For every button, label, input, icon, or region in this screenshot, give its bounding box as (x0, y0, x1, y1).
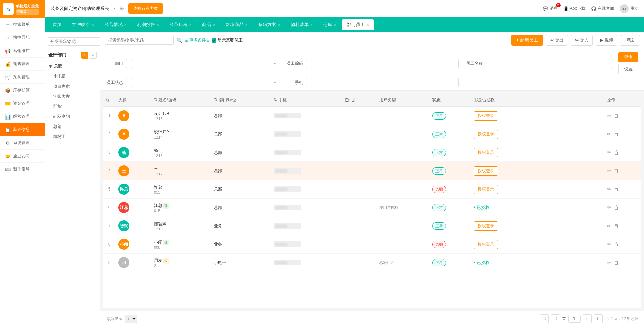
tab-history[interactable]: 经营历程✕ (165, 19, 197, 30)
close-tab-icon[interactable]: ✕ (334, 23, 336, 27)
delete-icon[interactable]: 🗑 (614, 241, 619, 247)
export-button[interactable]: ↩ 导出 (546, 35, 568, 46)
close-tab-icon[interactable]: ✕ (91, 23, 94, 27)
prev-page-button[interactable]: 〈 (551, 314, 560, 323)
delete-icon[interactable]: 🗑 (614, 260, 619, 265)
edit-icon[interactable]: ✏ (607, 150, 611, 155)
col-name[interactable]: ⇅ 姓名/编码 (151, 94, 211, 107)
show-resigned-checkbox[interactable]: 显示离职员工 (212, 37, 243, 43)
sidebar-item-sales[interactable]: 💰 销售管理 (0, 58, 45, 71)
dept-collapse-icon[interactable]: « (90, 52, 97, 59)
sidebar-item-inventory[interactable]: 📦 库存核算 (0, 84, 45, 97)
dept-node-shuangting[interactable]: ▶ 双庭想 (45, 112, 100, 122)
edit-icon[interactable]: ✏ (607, 168, 611, 174)
close-tab-icon[interactable]: ✕ (278, 23, 280, 27)
dept-node-shenyang[interactable]: 沈阳大库 (45, 91, 100, 102)
tab-goods[interactable]: 商品✕ (197, 19, 220, 30)
query-button[interactable]: 查询 (618, 52, 638, 62)
user-menu-button[interactable]: Ea 用友 (620, 4, 638, 13)
tab-add-goods[interactable]: 新增商品✕ (221, 19, 253, 30)
delete-icon[interactable]: 🗑 (614, 223, 619, 229)
sidebar-item-system[interactable]: ⚙ 系统管理 (0, 136, 45, 150)
delete-icon[interactable]: 🗑 (614, 113, 619, 118)
last-page-button[interactable]: 》 (594, 314, 603, 323)
delete-icon[interactable]: 🗑 (614, 150, 619, 155)
dept-search-input[interactable] (48, 37, 105, 46)
edit-icon[interactable]: ✏ (607, 113, 611, 118)
close-tab-icon[interactable]: ✕ (245, 23, 248, 27)
tab-dept-employee[interactable]: 部门员工✕ (342, 19, 374, 30)
tab-bom[interactable]: 物料清单✕ (286, 19, 318, 30)
edit-icon[interactable]: ✏ (607, 131, 611, 137)
set-button[interactable]: 设置 (618, 64, 638, 74)
tab-customer[interactable]: 客户联络✕ (67, 19, 99, 30)
tab-warehouse[interactable]: 仓库✕ (318, 19, 341, 30)
delete-icon[interactable]: 🗑 (614, 205, 619, 210)
trial-button[interactable]: 体验行业方案 (128, 3, 163, 14)
delete-icon[interactable]: 🗑 (614, 131, 619, 137)
col-dept[interactable]: ⇅ 部门/职位 (211, 94, 271, 107)
dept-select[interactable] (126, 59, 132, 68)
dept-node-zhishu[interactable]: 植树王三 (45, 132, 100, 142)
col-settings[interactable]: ⚙ (103, 94, 116, 107)
sidebar-item-marketing[interactable]: 📢 营销推广 (0, 44, 45, 58)
sidebar-item-purchase[interactable]: 🛒 采购管理 (0, 71, 45, 84)
sidebar-item-collab[interactable]: 🤝 企业协同 (0, 150, 45, 163)
tab-barcode[interactable]: 条码方案✕ (253, 19, 285, 30)
tab-profit[interactable]: 利润报告✕ (132, 19, 164, 30)
sidebar-item-guide[interactable]: 📖 新手引导 (0, 163, 45, 176)
empcode-input[interactable] (306, 59, 459, 68)
settings-icon[interactable]: ⚙ (119, 5, 124, 12)
help-button[interactable]: | 帮助 (620, 35, 640, 46)
empname-input[interactable] (486, 59, 613, 68)
dept-node-xiaodian[interactable]: 小电部 (45, 71, 100, 81)
dept-node-peihuo[interactable]: 配货 (45, 102, 100, 112)
tab-operations[interactable]: 经营情况✕ (100, 19, 131, 30)
dept-node-project[interactable]: 项目库房 (45, 81, 100, 91)
dept-node-zonbu2[interactable]: 总部 (45, 122, 100, 132)
delete-icon[interactable]: 🗑 (614, 168, 619, 174)
close-tab-icon[interactable]: ✕ (124, 23, 127, 27)
app-download-button[interactable]: 📱 App下载 (563, 6, 586, 11)
sidebar-item-search[interactable]: ☰ 搜索菜单 (0, 18, 45, 31)
auth-button[interactable]: 授权登录 (474, 111, 498, 121)
resigned-checkbox-input[interactable] (212, 38, 216, 43)
col-phone[interactable]: ⇅ 手机 (271, 94, 342, 107)
next-page-button[interactable]: 〉 (583, 314, 592, 323)
message-button[interactable]: 💬 5 消息 (543, 6, 558, 11)
per-page-select[interactable]: 50 100 200 (125, 315, 137, 323)
sidebar-item-quicknav[interactable]: ⌂ 快捷导航 (0, 31, 45, 44)
sidebar-item-finance[interactable]: 💳 资金管理 (0, 97, 45, 110)
filter-more-button[interactable]: ⊟ 更多条件 ▴ (185, 37, 209, 43)
close-tab-icon[interactable]: ✕ (212, 23, 215, 27)
auth-button[interactable]: 授权登录 (474, 221, 498, 231)
sidebar-item-basic-info[interactable]: 📋 基础信息 (0, 123, 45, 136)
edit-icon[interactable]: ✏ (607, 260, 611, 265)
sidebar-item-operations[interactable]: 📊 经营管理 (0, 110, 45, 123)
edit-icon[interactable]: ✏ (607, 205, 611, 210)
edit-icon[interactable]: ✏ (607, 241, 611, 247)
edit-icon[interactable]: ✏ (607, 186, 611, 192)
edit-icon[interactable]: ✏ (607, 223, 611, 229)
auth-button[interactable]: 授权登录 (474, 130, 498, 139)
dept-edit-icon[interactable]: ✏ (81, 52, 88, 59)
status-select[interactable] (126, 78, 132, 87)
first-page-button[interactable]: 《 (540, 314, 549, 323)
add-employee-button[interactable]: + 新增员工 (511, 35, 543, 46)
phone-input[interactable] (306, 78, 459, 87)
view-button[interactable]: ▶ 视频 (596, 35, 617, 46)
delete-icon[interactable]: 🗑 (614, 186, 619, 192)
search-input[interactable] (105, 36, 174, 45)
auth-button[interactable]: 授权登录 (474, 166, 498, 176)
tab-home[interactable]: 首页 (48, 19, 66, 30)
close-tab-icon[interactable]: ✕ (366, 23, 369, 27)
close-tab-icon[interactable]: ✕ (189, 23, 192, 27)
close-tab-icon[interactable]: ✕ (310, 23, 313, 27)
close-tab-icon[interactable]: ✕ (156, 23, 159, 27)
auth-button[interactable]: 授权登录 (474, 240, 498, 249)
import-button[interactable]: ↪ 导入 (571, 35, 593, 46)
online-service-button[interactable]: 🎧 在线客服 (591, 6, 614, 11)
page-number-input[interactable] (568, 315, 581, 323)
dept-node-zonbu[interactable]: ▼ 总部 (45, 61, 100, 71)
auth-button[interactable]: 授权登录 (474, 185, 498, 194)
